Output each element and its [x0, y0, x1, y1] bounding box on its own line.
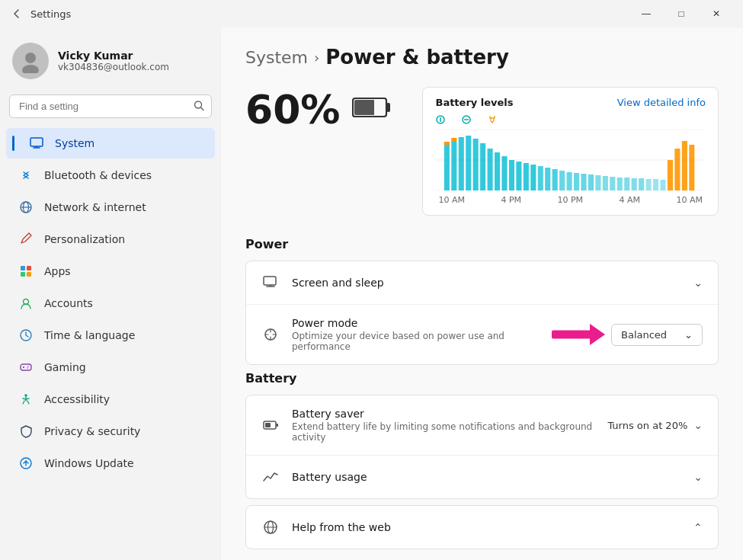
nav-item-windows-update[interactable]: Windows Update	[6, 448, 215, 478]
user-name: Vicky Kumar	[58, 50, 169, 62]
breadcrumb-parent[interactable]: System	[245, 48, 308, 67]
nav-item-gaming[interactable]: Gaming	[6, 352, 215, 382]
help-web-text: Help from the web	[292, 521, 681, 533]
nav-label-bluetooth: Bluetooth & devices	[44, 169, 152, 181]
svg-rect-61	[610, 177, 616, 190]
nav-item-accessibility[interactable]: Accessibility	[6, 384, 215, 414]
power-section-label: Power	[245, 237, 719, 251]
nav-item-bluetooth[interactable]: Bluetooth & devices	[6, 160, 215, 190]
battery-chart-container: Battery levels View detailed info	[422, 87, 719, 216]
chart-icons-row	[435, 114, 706, 125]
content-area: System › Power & battery 60%	[221, 27, 743, 560]
windows-update-icon	[18, 456, 34, 471]
power-mode-row[interactable]: Power mode Optimize your device based on…	[246, 304, 718, 364]
back-button[interactable]	[9, 6, 24, 21]
svg-rect-58	[588, 174, 594, 190]
help-web-right: ⌄	[693, 521, 703, 533]
svg-rect-44	[502, 156, 508, 190]
chart-icon-plug	[487, 114, 498, 125]
sidebar: Vicky Kumar vk304836@outlook.com	[0, 27, 221, 560]
svg-rect-11	[27, 266, 31, 270]
svg-rect-79	[265, 423, 271, 427]
svg-rect-65	[639, 178, 645, 190]
svg-rect-43	[495, 152, 500, 190]
view-detailed-link[interactable]: View detailed info	[617, 97, 706, 108]
svg-rect-60	[603, 176, 608, 190]
nav-item-time[interactable]: Time & language	[6, 320, 215, 350]
svg-rect-70	[675, 149, 681, 190]
close-button[interactable]: ✕	[699, 0, 734, 27]
personalization-icon	[18, 232, 34, 247]
search-box[interactable]	[9, 94, 212, 118]
power-mode-right: Balanced ⌄	[552, 324, 703, 346]
user-profile[interactable]: Vicky Kumar vk304836@outlook.com	[0, 34, 221, 94]
battery-usage-chevron: ⌄	[693, 471, 703, 483]
nav-item-system[interactable]: System	[6, 128, 215, 158]
svg-rect-57	[581, 174, 587, 190]
chart-icon-discharge	[435, 114, 446, 125]
network-icon	[18, 200, 34, 215]
nav-item-accounts[interactable]: Accounts	[6, 288, 215, 318]
battery-usage-title: Battery usage	[292, 471, 681, 483]
power-mode-value: Balanced	[621, 329, 667, 341]
screen-sleep-icon	[261, 274, 280, 292]
svg-rect-72	[690, 145, 695, 190]
svg-rect-47	[452, 138, 457, 141]
svg-point-0	[25, 53, 36, 63]
svg-rect-28	[354, 100, 374, 115]
svg-rect-46	[444, 142, 450, 145]
svg-point-20	[27, 367, 28, 369]
power-mode-dropdown[interactable]: Balanced ⌄	[611, 324, 703, 346]
nav-label-privacy: Privacy & security	[44, 425, 140, 437]
svg-rect-25	[386, 103, 390, 112]
svg-rect-53	[552, 169, 558, 190]
chart-label-5: 10 AM	[676, 195, 703, 205]
window-controls: — □ ✕	[629, 0, 734, 27]
svg-rect-13	[27, 272, 31, 277]
content-inner: System › Power & battery 60%	[221, 27, 743, 560]
nav-label-personalization: Personalization	[44, 233, 125, 245]
search-input[interactable]	[9, 94, 212, 118]
battery-usage-icon	[261, 468, 280, 486]
svg-rect-42	[488, 149, 493, 190]
nav-item-privacy[interactable]: Privacy & security	[6, 416, 215, 446]
svg-rect-39	[466, 136, 472, 190]
bluetooth-icon	[18, 168, 34, 183]
battery-percentage: 60%	[245, 87, 340, 133]
breadcrumb-current: Power & battery	[325, 46, 509, 69]
gaming-icon	[18, 360, 34, 375]
time-icon	[18, 328, 34, 343]
screen-sleep-title: Screen and sleep	[292, 277, 681, 289]
chart-x-labels: 10 AM 4 PM 10 PM 4 AM 10 AM	[435, 195, 706, 205]
help-web-row[interactable]: Help from the web ⌄	[246, 506, 718, 549]
screen-sleep-right: ⌄	[693, 277, 703, 289]
svg-rect-68	[661, 180, 666, 190]
minimize-button[interactable]: —	[629, 0, 664, 27]
help-web-chevron: ⌄	[693, 521, 703, 533]
maximize-button[interactable]: □	[664, 0, 699, 27]
nav-item-network[interactable]: Network & internet	[6, 192, 215, 222]
svg-rect-48	[517, 162, 522, 190]
nav-item-apps[interactable]: Apps	[6, 256, 215, 286]
breadcrumb-separator: ›	[314, 50, 319, 66]
svg-rect-16	[21, 364, 31, 370]
svg-rect-45	[509, 160, 514, 190]
screen-sleep-row[interactable]: Screen and sleep ⌄	[246, 261, 718, 304]
svg-rect-49	[524, 163, 529, 190]
nav-item-personalization[interactable]: Personalization	[6, 224, 215, 254]
nav-label-time: Time & language	[44, 329, 135, 341]
battery-usage-row[interactable]: Battery usage ⌄	[246, 455, 718, 498]
svg-rect-67	[653, 179, 658, 190]
svg-rect-73	[264, 277, 276, 285]
battery-saver-row[interactable]: Battery saver Extend battery life by lim…	[246, 395, 718, 455]
battery-saver-right: Turns on at 20% ⌄	[607, 419, 703, 431]
svg-rect-40	[473, 139, 479, 190]
nav-label-system: System	[55, 137, 94, 149]
svg-rect-63	[625, 178, 630, 190]
battery-section-label: Battery	[245, 371, 719, 386]
help-web-title: Help from the web	[292, 521, 681, 533]
app-body: Vicky Kumar vk304836@outlook.com	[0, 27, 743, 560]
svg-rect-52	[546, 168, 551, 190]
battery-overview: 60%	[245, 87, 719, 216]
svg-rect-12	[21, 272, 25, 277]
